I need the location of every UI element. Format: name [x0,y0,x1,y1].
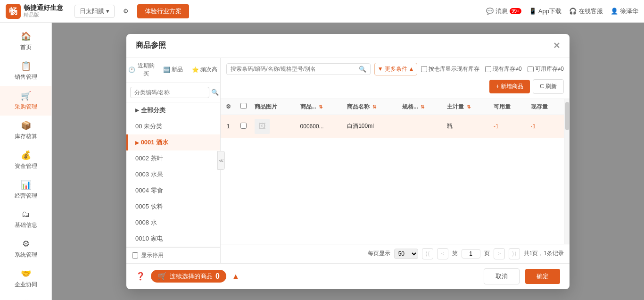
settings-icon-btn[interactable]: ⚙ [118,4,133,19]
tab-new-product[interactable]: 🆕 新品 [157,58,189,83]
sort-icon: ⇅ [372,104,376,109]
tab-recent-purchase[interactable]: 🕐 近期购买 [126,58,157,83]
table-name-col[interactable]: 商品名称 ⇅ [343,99,398,115]
filter-checkbox-2[interactable]: 可用库存≠0 [528,65,564,73]
sidebar-item-sales[interactable]: 📋 销售管理 [0,56,51,86]
next-page-btn[interactable]: ＞ [494,248,505,259]
select-all-checkbox[interactable] [240,103,247,109]
modal-close-btn[interactable]: ✕ [553,41,560,51]
add-product-btn[interactable]: + 新增商品 [489,80,530,93]
confirm-btn[interactable]: 确定 [525,269,560,284]
cat-item-label: 0001 酒水 [141,139,169,146]
cart-label: 连续选择的商品 [170,272,213,281]
tab-frequent[interactable]: ⭐ 频次高 [189,58,220,83]
collapse-panel-btn[interactable]: ≪ [217,151,225,170]
cat-item-label: 0010 家电 [135,235,163,242]
cat-item-0[interactable]: 00 未分类 [126,118,220,134]
prev-page-btn[interactable]: ＜ [437,248,448,259]
product-panel: 🔍 ▼ 更多条件 ▲ 按仓库显示现有库存 [221,58,570,263]
vertical-scrollbar[interactable] [564,99,570,244]
sidebar-item-basic-info[interactable]: 🗂 基础信息 [0,205,51,234]
category-search-icon[interactable]: 🔍 [211,89,219,96]
app-download-label: App下载 [538,7,561,16]
checkbox-warehouse-stock[interactable] [421,66,427,72]
sidebar-item-system[interactable]: ⚙ 系统管理 [0,234,51,264]
product-thumbnail: 🖼 [255,119,270,134]
cat-item-6[interactable]: 0008 水 [126,215,220,231]
operations-icon: 📊 [21,180,31,190]
category-panel: 🕐 近期购买 🆕 新品 ⭐ 频次高 [126,58,221,263]
cat-item-5[interactable]: 0005 饮料 [126,199,220,215]
clock-icon: 🕐 [128,67,135,73]
col-label: 商品... [300,103,316,110]
cat-item-4[interactable]: 0004 零食 [126,183,220,199]
table-settings-col[interactable]: ⚙ [221,99,236,115]
tab-label: 近期购买 [137,62,156,78]
sidebar-item-finance[interactable]: 💰 资金管理 [0,145,51,175]
user-name: 徐泽华 [620,7,638,16]
current-page-input[interactable] [462,249,480,258]
cat-item-3[interactable]: 0003 水果 [126,167,220,183]
help-icon[interactable]: ❓ [136,272,145,281]
guide-icon: 📖 [21,298,31,300]
pagination-bar: 每页显示 50 10 20 100 ⟨⟨ ＜ 第 页 [221,244,570,263]
sidebar-item-enterprise[interactable]: 🤝 企业协同 [0,264,51,293]
nav-dropdown[interactable]: 日太阳膜 ▾ [74,5,115,18]
filter-checkbox-1[interactable]: 现有库存≠0 [485,65,521,73]
page-unit: 页 [484,250,490,258]
row-checkbox[interactable] [240,123,247,129]
cart-area[interactable]: 🛒 连续选择的商品 0 [151,270,226,283]
nav-dropdown-label: 日太阳膜 [80,7,104,16]
row-checkbox-cell[interactable] [236,115,251,138]
modal-header: 商品参照 ✕ [126,34,570,58]
page-size-select[interactable]: 50 10 20 100 [394,249,418,259]
first-page-btn[interactable]: ⟨⟨ [422,248,433,259]
sidebar-item-purchase[interactable]: 🛒 采购管理 [0,86,51,116]
sidebar-item-inventory[interactable]: 📦 库存核算 [0,116,51,145]
product-search-input[interactable] [231,66,357,72]
filter-checkbox-0[interactable]: 按仓库显示现有库存 [421,65,479,73]
sort-icon: ⇅ [421,104,424,109]
category-list: ▶ 全部分类 00 未分类 ▶ 0001 酒水 0002 茶 [126,102,220,247]
sidebar-item-operations[interactable]: 📊 经营管理 [0,175,51,205]
messages-badge: 99+ [510,8,521,14]
product-table-scroll[interactable]: ⚙ 商品图片 商品... ⇅ [221,99,564,244]
checkbox-available-nonzero[interactable] [528,66,534,72]
total-info: 共1页，1条记录 [524,250,564,258]
system-icon: ⚙ [22,239,30,249]
cat-item-label: 0004 零食 [135,187,163,194]
last-page-btn[interactable]: ⟩⟩ [509,248,520,259]
cat-item-label: 全部分类 [141,106,165,115]
display-disabled-area: 显示停用 [126,247,220,263]
star-icon: ⭐ [192,67,199,73]
table-checkbox-col[interactable] [236,99,251,115]
sidebar-item-guide[interactable]: 📖 新手引导 [0,293,51,300]
cat-item-7[interactable]: 0010 家电 [126,231,220,247]
expand-icon: ▶ [135,108,139,113]
sidebar-item-home[interactable]: 🏠 首页 [0,26,51,56]
app-download-btn[interactable]: 📱 App下载 [529,7,561,16]
online-service-btn[interactable]: 🎧 在线客服 [569,7,603,16]
cat-item-1[interactable]: ▶ 0001 酒水 [126,134,220,150]
collapse-cart-btn[interactable]: ▲ [232,272,239,281]
experience-btn[interactable]: 体验行业方案 [137,4,189,18]
category-search-input[interactable] [130,87,209,98]
row-stock: -1 [527,115,564,138]
cat-item-all[interactable]: ▶ 全部分类 [126,102,220,118]
table-code-col[interactable]: 商品... ⇅ [297,99,344,115]
user-avatar[interactable]: 👤 徐泽华 [611,7,638,16]
table-unit-col[interactable]: 主计量 ⇅ [443,99,490,115]
display-disabled-label: 显示停用 [141,251,164,259]
filter-more-btn[interactable]: ▼ 更多条件 ▲ [374,63,418,75]
refresh-btn[interactable]: C 刷新 [533,79,564,94]
display-disabled-checkbox[interactable] [132,252,138,258]
checkbox-stock-nonzero[interactable] [485,66,491,72]
messages-btn[interactable]: 💬 消息 99+ [486,7,521,16]
cat-item-2[interactable]: 0002 茶叶 [126,150,220,167]
top-nav: 畅 畅捷通好生意 精品版 日太阳膜 ▾ ⚙ 体验行业方案 💬 消息 99+ 📱 … [0,0,644,23]
main-layout: 🏠 首页 📋 销售管理 🛒 采购管理 📦 库存核算 💰 资金管理 📊 经营管理 … [0,23,644,300]
table-row[interactable]: 1 🖼 000600... [221,115,564,138]
cancel-btn[interactable]: 取消 [484,268,520,284]
search-icon[interactable]: 🔍 [359,66,366,73]
table-spec-col[interactable]: 规格... ⇅ [398,99,444,115]
